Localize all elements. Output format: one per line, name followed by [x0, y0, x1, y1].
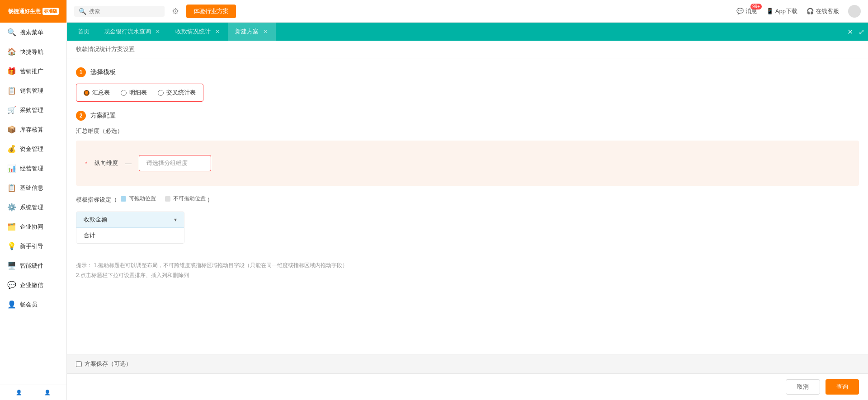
metrics-legend: 可拖动位置 不可拖动位置 — [121, 195, 206, 202]
metrics-header-row[interactable]: 收款金额 ▾ — [76, 212, 184, 228]
metrics-closing-paren: ） — [207, 196, 213, 203]
legend-fixed: 不可拖动位置 — [165, 195, 206, 202]
tab-cash-bank-label: 现金银行流水查询 — [104, 28, 151, 36]
step2-title: 方案配置 — [90, 112, 116, 120]
tab-home[interactable]: 首页 — [71, 23, 97, 41]
tips-section: 提示： 1.拖动标题栏可以调整布局，不可跨维度或指标区域拖动目字段（只能在同一维… — [76, 256, 859, 285]
radio-summary[interactable]: 汇总表 — [84, 89, 110, 97]
sidebar-bottom: 👤 👤 — [0, 385, 66, 400]
tab-expand-icon[interactable]: ⤢ — [859, 28, 864, 36]
radio-summary-input[interactable] — [84, 90, 90, 96]
download-label: App下载 — [775, 7, 797, 15]
tab-new-plan-close[interactable]: ✕ — [262, 28, 269, 36]
save-checkbox[interactable] — [76, 361, 82, 367]
metrics-setting-title: 模板指标设定（ 可拖动位置 不可拖动位置 ） — [76, 195, 859, 206]
sidebar-bottom-user2[interactable]: 👤 — [44, 390, 51, 395]
smart-hardware-icon: 🖥️ — [7, 261, 16, 270]
legend-draggable: 可拖动位置 — [121, 195, 156, 202]
sidebar-item-label: 销售管理 — [20, 87, 43, 95]
radio-detail[interactable]: 明细表 — [121, 89, 147, 97]
sidebar-item-label: 搜索菜单 — [20, 28, 43, 37]
sales-icon: 📋 — [7, 86, 16, 95]
tab-close-all-icon[interactable]: ✕ — [847, 28, 853, 36]
trial-btn[interactable]: 体验行业方案 — [186, 5, 236, 18]
sidebar-item-label: 基础信息 — [20, 184, 43, 192]
message-icon: 💬 — [736, 8, 744, 14]
tab-new-plan[interactable]: 新建方案 ✕ — [228, 23, 276, 41]
fixed-dot — [165, 196, 170, 202]
sidebar-item-wechat[interactable]: 💬 企业微信 — [0, 275, 66, 295]
radio-summary-label: 汇总表 — [92, 89, 110, 97]
sidebar-item-label: 企业协同 — [20, 223, 43, 231]
main-area: 🔍 ⚙ 体验行业方案 💬 消息 99+ 📱 App下载 🎧 在线客服 首页 — [67, 0, 868, 400]
step1-number: 1 — [76, 67, 86, 77]
save-label-text: 方案保存（可选） — [85, 360, 132, 368]
search-box[interactable]: 🔍 — [74, 6, 165, 17]
step1-section: 1 选择模板 汇总表 明细表 交叉统计表 — [76, 67, 859, 102]
radio-cross[interactable]: 交叉统计表 — [158, 89, 196, 97]
sidebar-item-enterprise-coop[interactable]: 🗂️ 企业协同 — [0, 217, 66, 236]
content-card: 1 选择模板 汇总表 明细表 交叉统计表 — [67, 58, 868, 354]
avatar[interactable] — [848, 5, 861, 18]
service-icon-glyph: 🎧 — [807, 8, 814, 14]
footer-save: 方案保存（可选） — [67, 354, 868, 373]
sidebar-bottom-user1[interactable]: 👤 — [16, 390, 22, 395]
logo-badge: 标准版 — [42, 8, 59, 15]
tips-line1: 提示： 1.拖动标题栏可以调整布局，不可跨维度或指标区域拖动目字段（只能在同一维… — [76, 261, 859, 271]
message-button[interactable]: 💬 消息 99+ — [736, 7, 757, 15]
search-menu-icon: 🔍 — [7, 28, 16, 37]
sidebar-item-label: 企业微信 — [20, 281, 43, 289]
topbar-right: 💬 消息 99+ 📱 App下载 🎧 在线客服 — [736, 5, 861, 18]
sidebar-item-inventory[interactable]: 📦 库存核算 — [0, 120, 66, 139]
metrics-header-label: 收款金额 — [84, 216, 107, 224]
dim-select[interactable]: 请选择分组维度 — [139, 155, 211, 171]
save-checkbox-label[interactable]: 方案保存（可选） — [76, 360, 132, 368]
tab-cash-bank-close[interactable]: ✕ — [155, 28, 161, 36]
sidebar-item-label: 营销推广 — [20, 67, 43, 75]
sidebar-item-sales[interactable]: 📋 销售管理 — [0, 81, 66, 100]
tab-cash-bank[interactable]: 现金银行流水查询 ✕ — [97, 23, 168, 41]
sidebar-item-label: 资金管理 — [20, 145, 43, 153]
sidebar-item-purchase[interactable]: 🛒 采购管理 — [0, 100, 66, 120]
query-button[interactable]: 查询 — [826, 379, 859, 395]
content-area: 收款情况统计方案设置 1 选择模板 汇总表 明细表 — [67, 41, 868, 400]
gear-icon[interactable]: ⚙ — [172, 6, 179, 16]
tab-home-label: 首页 — [78, 28, 90, 36]
sidebar-item-label: 系统管理 — [20, 203, 43, 212]
sidebar-item-label: 库存核算 — [20, 126, 43, 134]
operations-icon: 📊 — [7, 164, 16, 173]
arrow-icon: — — [125, 160, 132, 167]
chevron-down-icon[interactable]: ▾ — [174, 216, 177, 223]
service-button[interactable]: 🎧 在线客服 — [807, 7, 839, 15]
tips-line2: 2.点击标题栏下拉可设置排序、插入列和删除列 — [76, 271, 859, 281]
sidebar-item-basic-info[interactable]: 📋 基础信息 — [0, 178, 66, 198]
basic-info-icon: 📋 — [7, 184, 16, 192]
sidebar-item-operations[interactable]: 📊 经营管理 — [0, 159, 66, 178]
metrics-total-row: 合计 — [76, 228, 184, 243]
download-button[interactable]: 📱 App下载 — [766, 7, 797, 15]
step1-title: 选择模板 — [90, 68, 116, 76]
sidebar-item-finance[interactable]: 💰 资金管理 — [0, 139, 66, 159]
marketing-icon: 🎁 — [7, 67, 16, 75]
dim-row: * 纵向维度 — 请选择分组维度 — [85, 155, 211, 171]
sidebar-item-system[interactable]: ⚙️ 系统管理 — [0, 198, 66, 217]
sidebar-item-member[interactable]: 👤 畅会员 — [0, 295, 66, 314]
tabbar-actions: ✕ ⤢ — [847, 28, 864, 36]
breadcrumb: 收款情况统计方案设置 — [76, 46, 135, 52]
summary-dim-label: 汇总维度（必选） — [76, 127, 859, 135]
sidebar-item-label: 畅会员 — [20, 301, 38, 309]
tab-receipt-stats[interactable]: 收款情况统计 ✕ — [168, 23, 228, 41]
sidebar-item-guide[interactable]: 💡 新手引导 — [0, 236, 66, 256]
metrics-title-text: 模板指标设定（ — [76, 196, 117, 203]
radio-cross-input[interactable] — [158, 90, 164, 96]
tab-receipt-stats-close[interactable]: ✕ — [214, 28, 221, 36]
dim-row-label: 纵向维度 — [94, 159, 118, 167]
cancel-button[interactable]: 取消 — [786, 379, 820, 395]
radio-detail-input[interactable] — [121, 90, 127, 96]
metrics-total-label: 合计 — [84, 232, 95, 239]
sidebar-item-smart-hardware[interactable]: 🖥️ 智能硬件 — [0, 256, 66, 275]
search-input[interactable] — [89, 8, 152, 14]
sidebar-item-quick-nav[interactable]: 🏠 快捷导航 — [0, 42, 66, 61]
sidebar-item-marketing[interactable]: 🎁 营销推广 — [0, 61, 66, 81]
sidebar-item-search-menu[interactable]: 🔍 搜索菜单 — [0, 23, 66, 42]
